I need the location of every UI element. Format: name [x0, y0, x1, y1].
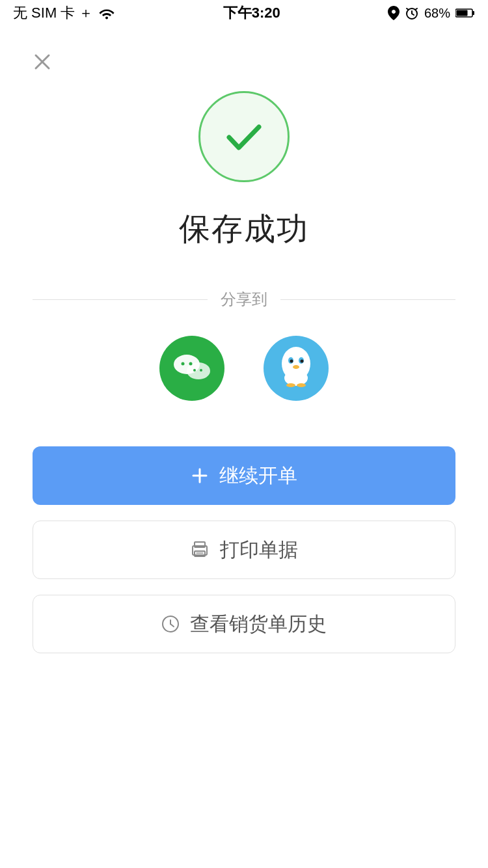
share-divider: 分享到	[33, 289, 455, 310]
svg-point-8	[182, 362, 185, 366]
svg-point-16	[300, 360, 303, 363]
action-buttons: 继续开单 打印单据	[33, 446, 455, 653]
clock-icon	[161, 615, 180, 633]
print-label: 打印单据	[220, 537, 298, 563]
svg-point-10	[193, 369, 196, 372]
status-bar: 无 SIM 卡 ＋ 下午3:20 68%	[0, 0, 488, 26]
battery-icon	[455, 8, 475, 18]
share-icons-row	[33, 336, 455, 401]
wechat-share-button[interactable]	[159, 336, 224, 401]
sim-status: 无 SIM 卡 ＋	[13, 3, 93, 23]
svg-point-11	[200, 369, 202, 372]
qq-share-button[interactable]	[264, 336, 329, 401]
wechat-icon	[172, 351, 211, 385]
svg-point-19	[286, 383, 295, 387]
alarm-icon	[405, 6, 419, 20]
svg-line-30	[170, 624, 174, 627]
svg-point-18	[284, 370, 308, 386]
svg-rect-2	[472, 11, 474, 15]
success-circle	[198, 91, 290, 182]
svg-point-9	[189, 362, 193, 366]
continue-button[interactable]: 继续开单	[33, 446, 455, 505]
svg-rect-3	[457, 10, 468, 16]
plus-svg	[191, 467, 209, 485]
plus-icon	[191, 467, 209, 485]
checkmark-icon	[221, 114, 267, 159]
svg-point-17	[293, 365, 299, 369]
main-content: 保存成功 分享到	[0, 78, 488, 868]
history-label: 查看销货单历史	[190, 611, 327, 638]
divider-line-left	[33, 299, 208, 300]
continue-label: 继续开单	[219, 463, 297, 489]
clock-svg	[161, 615, 180, 633]
qq-icon	[275, 346, 318, 391]
status-right: 68%	[388, 6, 475, 21]
printer-icon	[190, 541, 210, 559]
svg-point-14	[290, 360, 293, 363]
location-icon	[388, 6, 400, 20]
svg-point-20	[297, 383, 306, 387]
status-left: 无 SIM 卡 ＋	[13, 3, 115, 23]
battery-percent: 68%	[424, 6, 450, 21]
printer-svg	[190, 541, 210, 559]
status-time: 下午3:20	[223, 3, 280, 23]
close-button[interactable]	[26, 46, 59, 78]
print-button[interactable]: 打印单据	[33, 521, 455, 579]
wifi-icon	[98, 7, 115, 20]
divider-line-right	[280, 299, 455, 300]
close-icon	[32, 51, 53, 72]
success-title: 保存成功	[179, 208, 309, 250]
history-button[interactable]: 查看销货单历史	[33, 595, 455, 653]
share-label: 分享到	[221, 289, 267, 310]
